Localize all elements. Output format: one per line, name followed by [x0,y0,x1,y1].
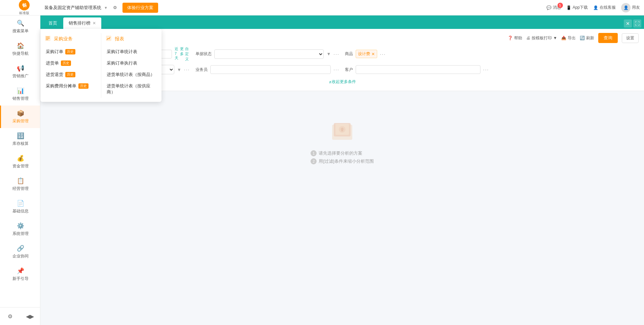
sidebar-settings-button[interactable]: ⚙ [4,310,16,322]
header-right: 💬 消息 5 📱 App下载 👤 在线客服 👤 用友 [546,3,640,12]
enterprise-icon: 🔗 [17,245,24,252]
basic-info-icon: 📄 [17,200,24,207]
filter-row-order-status: 单据状态 ▼ ··· [195,46,340,62]
help-button[interactable]: ❓ 帮助 [508,35,522,41]
online-service-label: 在线客服 [600,5,616,10]
sidebar-item-label: 企业协同 [12,253,29,259]
report-header-icon [105,35,112,43]
message-badge: 5 [558,3,563,8]
sidebar-item-system[interactable]: ⚙️ 系统管理 [0,218,40,241]
quick-date-more[interactable]: 更多 [180,46,184,62]
sidebar-item-sales[interactable]: 📊 销售管理 [0,83,40,106]
sidebar-item-label: 采购管理 [12,118,29,124]
customer-input[interactable] [356,65,480,74]
salesman-more[interactable]: ··· [333,67,339,72]
sidebar-item-quick-nav[interactable]: 🏠 快捷导航 [0,38,40,60]
query-button[interactable]: 查询 [598,33,618,43]
finance-icon: 💰 [17,155,24,162]
sidebar-item-label: 营销推广 [12,73,29,79]
dropdown-item-purchase-order[interactable]: 采购订单 历史 [44,46,97,57]
app-download-label: App下载 [573,5,588,10]
dropdown-item-incoming[interactable]: 进货单 历史 [44,57,97,69]
message-icon: 💬 [546,5,551,10]
refresh-button[interactable]: 🔄 刷新 [580,35,594,41]
dropdown-item-return[interactable]: 进货退货 历史 [44,69,97,80]
print-button[interactable]: 🖨 按模板打印 ▼ [526,35,557,41]
collapse-icon: ∧ [329,80,332,84]
user-menu-button[interactable]: 👤 用友 [621,3,640,12]
sidebar-item-label: 资金管理 [12,163,29,169]
operations-icon: 📋 [17,177,24,185]
top-header: 畅 标准版 装备及固定资产辅助管理系统 ▼ ⚙ 体验行业方案 💬 消息 5 📱 … [0,0,644,15]
message-button[interactable]: 💬 消息 5 [546,5,561,10]
order-status-dropdown[interactable]: ▼ [326,51,331,56]
dropdown-purchase-header: 采购业务 [44,33,97,46]
sidebar-collapse-button[interactable]: ◀▶ [24,310,36,322]
title-dropdown-arrow[interactable]: ▼ [104,6,108,10]
dropdown-item-report-3[interactable]: 进货单统计表（按供应商） [105,80,158,98]
sidebar-item-finance[interactable]: 💰 资金管理 [0,151,40,173]
filter-row-goods: 商品 设计费 ✕ ··· [345,46,489,62]
sidebar-bottom: ⚙ ◀▶ [0,307,40,325]
sidebar-item-search[interactable]: 🔍 搜索菜单 [0,15,40,38]
tab-home[interactable]: 首页 [43,17,63,29]
sidebar-item-marketing[interactable]: 📢 营销推广 [0,60,40,83]
user-avatar: 👤 [621,3,631,12]
industry-button[interactable]: 体验行业方案 [122,3,158,13]
history-badge-3: 历史 [78,83,88,89]
salesman-input[interactable] [210,65,331,74]
sidebar-item-label: 销售管理 [12,96,29,101]
rank-dropdown[interactable]: ▼ [177,67,181,72]
customer-more[interactable]: ··· [483,67,489,72]
inventory-icon: 🔢 [17,132,24,139]
customer-label: 客户 [345,67,353,73]
sidebar-item-inventory[interactable]: 🔢 库存核算 [0,128,40,151]
goods-more[interactable]: ··· [380,51,386,57]
system-icon: ⚙️ [17,222,24,230]
quick-date-custom[interactable]: 自定义 [185,46,190,62]
history-badge-1: 历史 [61,60,71,66]
home-icon: 🏠 [17,42,24,49]
hint-num-1: 1 [311,150,317,156]
tab-sales-rank[interactable]: 销售排行榜 ✕ [63,17,101,29]
dropdown-report-header: 报表 [105,33,158,46]
dropdown-item-report-0[interactable]: 采购订单统计表 [105,46,158,57]
hint-num-2: 2 [311,158,317,164]
search-icon: 🔍 [17,19,24,27]
tab-expand-button[interactable]: ⛶ [633,19,641,28]
dropdown-purchase-col: 采购业务 采购订单 历史 进货单 历史 进货退货 历史 采购费用分摊单 历史 [40,33,101,98]
goods-tag-close[interactable]: ✕ [371,52,375,56]
online-service-button[interactable]: 👤 在线客服 [593,5,616,10]
tabs-bar: 首页 销售排行榜 ✕ ✕ ⛶ [40,15,644,29]
export-button[interactable]: 📤 导出 [561,35,576,41]
sales-icon: 📊 [17,87,24,94]
newbie-icon: 📌 [17,267,24,275]
svg-text:畅: 畅 [22,3,27,8]
sidebar-item-label: 新手引导 [12,276,29,282]
order-status-select[interactable] [214,49,324,59]
sidebar-item-purchase[interactable]: 📦 采购管理 [0,106,40,128]
empty-state: 1 请先选择要分析的方案 2 用[过滤]条件来缩小分析范围 [40,91,644,193]
sidebar-item-enterprise[interactable]: 🔗 企业协同 [0,241,40,263]
sidebar-item-newbie[interactable]: 📌 新手引导 [0,263,40,286]
export-icon: 📤 [561,36,566,40]
sidebar-item-basic-info[interactable]: 📄 基础信息 [0,196,40,218]
tab-close-icon[interactable]: ✕ [93,21,96,26]
settings-button[interactable]: 设置 [622,33,639,43]
dropdown-item-report-1[interactable]: 采购订单执行表 [105,57,158,69]
svg-rect-7 [106,36,111,41]
settings-icon-button[interactable]: ⚙ [110,3,120,12]
quick-date-7days[interactable]: 近7天 [175,46,179,62]
app-download-button[interactable]: 📱 App下载 [566,5,588,10]
quick-dates: 近7天 更多 自定义 [175,46,190,62]
tab-close-all-button[interactable]: ✕ [624,19,632,28]
marketing-icon: 📢 [17,65,24,72]
print-icon: 🖨 [526,36,530,40]
dropdown-item-report-2[interactable]: 进货单统计表（按商品） [105,69,158,80]
dropdown-item-expense[interactable]: 采购费用分摊单 历史 [44,80,97,92]
order-status-more[interactable]: ··· [333,51,339,57]
sidebar-item-operations[interactable]: 📋 经营管理 [0,173,40,196]
rank-more[interactable]: ··· [184,67,190,72]
system-title: 装备及固定资产辅助管理系统 [44,5,101,11]
goods-tag-area: 设计费 ✕ [356,50,377,58]
